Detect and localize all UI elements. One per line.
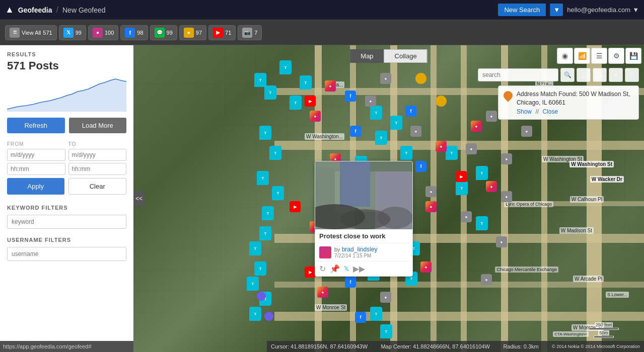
activity-chart: [7, 76, 126, 112]
save-icon[interactable]: 💾: [625, 48, 641, 64]
sidebar: RESULTS 571 Posts Refresh Load More FROM…: [0, 45, 133, 352]
social-btn-wechat[interactable]: 💬 99: [150, 25, 177, 40]
social-count-camera: 7: [254, 30, 257, 36]
social-btn-facebook[interactable]: f 98: [120, 25, 148, 40]
layers-icon[interactable]: ☰: [591, 48, 607, 64]
social-btn-camera[interactable]: 📷 7: [238, 25, 262, 40]
main-layout: RESULTS 571 Posts Refresh Load More FROM…: [0, 45, 644, 352]
social-bar: ☰ View All 571 𝕏 99 ● 100 f 98 💬 99 ● 97…: [0, 20, 644, 45]
address-close-link[interactable]: Close: [542, 108, 558, 115]
scale-text-ft: 250 feet: [595, 322, 613, 327]
street-label-lyric: Lyric Opera of Chicago: [504, 201, 553, 207]
apply-button[interactable]: Apply: [7, 178, 64, 195]
address-links: Show // Close: [517, 108, 633, 115]
address-show-link[interactable]: Show: [517, 108, 532, 115]
social-btn-twitter[interactable]: 𝕏 99: [59, 25, 86, 40]
address-marker-icon: [502, 89, 514, 102]
map-polygon-button[interactable]: △: [577, 68, 591, 82]
address-popup-content: Address Match Found: 500 W Madison St, C…: [517, 90, 633, 115]
street-label-wacker-main: W Wacker Dr: [590, 176, 624, 183]
to-date-input[interactable]: [68, 149, 127, 161]
collapse-sidebar-button[interactable]: <<: [133, 191, 145, 206]
post-username[interactable]: by brad_lindsley: [334, 246, 377, 253]
social-count-instagram: 100: [105, 30, 114, 36]
street-label-ra: W Ra...: [325, 81, 344, 88]
address-text: Address Match Found: 500 W Madison St, C…: [517, 90, 633, 107]
map-layers-button[interactable]: ☷: [593, 68, 607, 82]
street-label-chicago-merc: Chicago Mercantile Exchange: [495, 267, 558, 273]
social-label-all: View All: [22, 30, 41, 36]
camera-icon: 📷: [242, 28, 252, 38]
street-label-lower: S Lower...: [606, 292, 629, 298]
post-user-row: by brad_lindsley 7/22/14 1:15 PM: [315, 243, 412, 261]
user-menu-arrow: ▼: [632, 6, 639, 14]
map-background: W Ra... W Washington... W Washington St …: [133, 45, 644, 352]
facebook-icon: f: [125, 28, 135, 38]
social-btn-circle[interactable]: ● 97: [179, 25, 206, 40]
refresh-button[interactable]: Refresh: [7, 118, 65, 133]
from-time-input[interactable]: [7, 163, 65, 175]
map-search-input[interactable]: [478, 68, 558, 81]
map-center-coords: Map Center: 41.88248666N, 87.64016104W: [381, 343, 490, 349]
social-count-wechat: 99: [167, 30, 173, 36]
keyword-filters-label: KEYWORD FILTERS: [7, 205, 126, 211]
results-count: 571 Posts: [7, 59, 126, 72]
from-col: FROM: [7, 141, 65, 175]
twitter-share-icon[interactable]: 𝕏: [344, 265, 349, 273]
post-avatar: [319, 246, 331, 258]
new-search-dropdown-button[interactable]: ▼: [550, 4, 563, 16]
map-area[interactable]: W Ra... W Washington... W Washington St …: [133, 45, 644, 352]
street-label-calhoun: W Calhoun Pl: [570, 196, 604, 203]
street-label-wash1: W Washington...: [305, 133, 344, 140]
map-copyright: © 2014 Nokia © 2014 Microsoft Corporatio…: [552, 344, 640, 349]
circle-icon: ●: [184, 28, 194, 38]
street-label-madison: W Madison St: [559, 227, 594, 234]
post-user-info: by brad_lindsley 7/22/14 1:15 PM: [334, 246, 377, 258]
street-label-monroe1: W Monroe St: [315, 304, 347, 311]
post-popup: Protest close to work by brad_lindsley 7…: [315, 161, 413, 277]
tab-map[interactable]: Map: [350, 49, 384, 63]
tab-collage[interactable]: Collage: [384, 49, 427, 63]
street-v5: [461, 45, 467, 352]
load-more-button[interactable]: Load More: [69, 118, 127, 133]
street-v4: [431, 45, 437, 352]
apply-clear-row: Apply Clear: [7, 178, 126, 195]
header-left: ▲ Geofeedia / New Geofeed: [5, 5, 106, 15]
keyword-input[interactable]: [7, 215, 126, 229]
clear-button[interactable]: Clear: [68, 178, 127, 195]
map-view-tabs: Map Collage: [350, 49, 427, 63]
to-time-input[interactable]: [68, 163, 127, 175]
more-options-icon[interactable]: ▶▶: [353, 264, 365, 274]
post-datetime: 7/22/14 1:15 PM: [334, 253, 377, 258]
cursor-coords: Cursor: 41.88189156N, 87.64160943W: [271, 343, 368, 349]
action-buttons: Refresh Load More: [7, 118, 126, 133]
user-menu[interactable]: hello@geofeedia.com ▼: [567, 6, 639, 14]
from-date-input[interactable]: [7, 149, 65, 161]
date-filter-row: FROM TO: [7, 141, 126, 175]
post-actions: ↻ 📌 𝕏 ▶▶: [315, 261, 412, 276]
twitter-icon: 𝕏: [63, 28, 74, 38]
gear-icon[interactable]: ⚙: [608, 48, 624, 64]
results-label: RESULTS: [7, 51, 126, 57]
social-btn-youtube[interactable]: ▶ 71: [208, 25, 236, 40]
retweet-icon[interactable]: ↻: [319, 264, 326, 274]
zoom-out-button[interactable]: −: [625, 68, 639, 82]
new-search-button[interactable]: New Search: [498, 4, 546, 16]
scale-line-m: [594, 336, 614, 338]
youtube-icon: ▶: [213, 28, 223, 38]
social-btn-instagram[interactable]: ● 100: [88, 25, 118, 40]
navigation-icon: ▲: [5, 5, 14, 15]
social-btn-all[interactable]: ☰ View All 571: [5, 25, 57, 40]
header-right: New Search ▼ hello@geofeedia.com ▼: [498, 4, 639, 16]
username-filters-label: USERNAME FILTERS: [7, 237, 126, 243]
zoom-in-button[interactable]: +: [609, 68, 623, 82]
gps-icon[interactable]: ◉: [557, 48, 573, 64]
user-email: hello@geofeedia.com: [567, 6, 630, 14]
map-search-button[interactable]: 🔍: [560, 68, 575, 82]
radius-info: Radius: 0.3km: [503, 343, 538, 349]
street-label-cta: CTA-Washington+: [553, 331, 589, 337]
username-input[interactable]: [7, 247, 126, 261]
grid-icon: ☰: [10, 28, 20, 38]
pin-icon[interactable]: 📌: [330, 264, 340, 274]
signal-icon[interactable]: 📶: [574, 48, 590, 64]
